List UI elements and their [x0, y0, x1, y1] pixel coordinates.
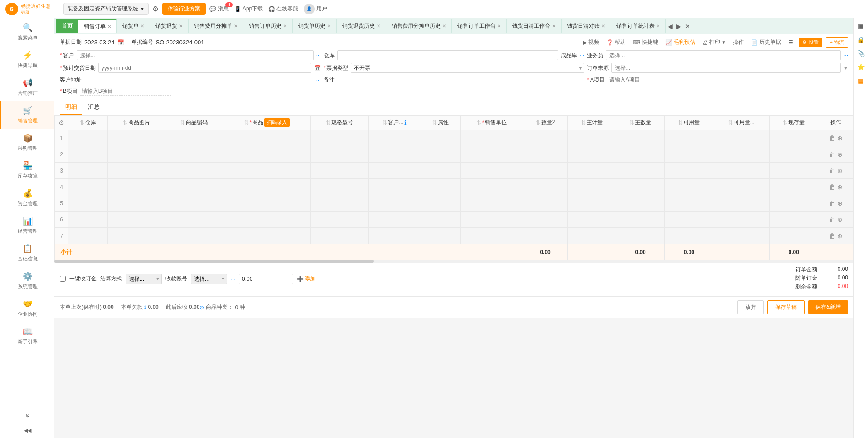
row-qty2[interactable]	[523, 130, 567, 146]
col-header-customer-spec[interactable]: ⇅ 客户... ℹ	[369, 116, 421, 130]
app-download-link[interactable]: 📱 App下载	[234, 5, 263, 13]
row-warehouse[interactable]	[68, 163, 108, 179]
row-available-qty2[interactable]	[713, 228, 770, 244]
row-main-unit[interactable]	[567, 163, 616, 179]
delete-row-button[interactable]: 🗑	[829, 183, 835, 191]
tab-close-icon[interactable]: ✕	[601, 24, 605, 29]
info-icon[interactable]: ℹ	[404, 120, 407, 126]
sidebar-item-marketing[interactable]: 📢 营销推广	[0, 73, 54, 101]
row-main-qty[interactable]	[616, 228, 665, 244]
tab-sales-order[interactable]: 销售订单 ✕	[78, 19, 117, 33]
sidebar-item-sales[interactable]: 🛒 销售管理	[0, 101, 54, 129]
discard-button[interactable]: 放弃	[737, 300, 764, 314]
row-product[interactable]	[223, 163, 311, 179]
sub-tab-detail[interactable]: 明细	[60, 100, 82, 115]
row-warehouse[interactable]	[68, 146, 108, 163]
row-product-code[interactable]	[165, 212, 223, 228]
col-header-attribute[interactable]: ⇅ 属性	[421, 116, 460, 130]
row-product-img[interactable]	[108, 228, 165, 244]
receipt-account-select[interactable]: 选择...	[191, 274, 227, 284]
row-main-unit[interactable]	[567, 179, 616, 195]
tab-cash-daily-reconcile[interactable]: 钱货日清对账 ✕	[562, 19, 611, 33]
row-main-unit[interactable]	[567, 228, 616, 244]
customer-more-button[interactable]: ···	[316, 52, 321, 58]
row-available-qty[interactable]	[665, 146, 713, 163]
row-spec[interactable]	[311, 163, 369, 179]
row-attribute[interactable]	[421, 195, 460, 212]
delete-row-button[interactable]: 🗑	[829, 216, 835, 223]
row-available-qty[interactable]	[665, 195, 713, 212]
row-current-stock[interactable]	[770, 163, 818, 179]
customer-address-input[interactable]	[84, 76, 314, 84]
col-header-available-qty[interactable]: ⇅ 可用量	[665, 116, 713, 130]
tab-close-icon[interactable]: ✕	[141, 24, 144, 29]
salesman-more-button[interactable]: ···	[844, 52, 848, 58]
row-customer-spec[interactable]	[369, 212, 421, 228]
tab-close-icon[interactable]: ✕	[234, 24, 238, 29]
sidebar-collapse-button[interactable]: ◀◀	[0, 423, 54, 438]
expected-date-input[interactable]	[98, 63, 311, 73]
col-header-product-code[interactable]: ⇅ 商品编码	[165, 116, 223, 130]
view-video-button[interactable]: ▶ 视频	[581, 38, 601, 47]
row-main-qty[interactable]	[616, 212, 665, 228]
right-sidebar-barcode-button[interactable]: ▦	[855, 74, 868, 87]
copy-row-button[interactable]: ⊕	[837, 151, 843, 158]
row-available-qty2[interactable]	[713, 146, 770, 163]
tab-sales-fee-split[interactable]: 销售费用分摊单 ✕	[189, 19, 243, 33]
row-available-qty2[interactable]	[713, 179, 770, 195]
scan-button[interactable]: 扫码录入	[264, 118, 290, 127]
row-product-code[interactable]	[165, 228, 223, 244]
row-attribute[interactable]	[421, 130, 460, 146]
row-product[interactable]	[223, 146, 311, 163]
tab-close-icon[interactable]: ✕	[327, 24, 331, 29]
col-header-available-qty2[interactable]: ⇅ 可用量...	[713, 116, 770, 130]
row-attribute[interactable]	[421, 212, 460, 228]
info-icon[interactable]: ℹ	[144, 304, 146, 310]
a-project-input[interactable]	[607, 76, 848, 84]
row-spec[interactable]	[311, 179, 369, 195]
row-main-unit[interactable]	[567, 212, 616, 228]
row-spec[interactable]	[311, 212, 369, 228]
history-docs-button[interactable]: 📄 历史单据	[749, 38, 783, 47]
operations-button[interactable]: 操作	[731, 38, 746, 47]
row-available-qty[interactable]	[665, 163, 713, 179]
save-draft-button[interactable]: 保存草稿	[767, 300, 805, 314]
row-current-stock[interactable]	[770, 195, 818, 212]
row-sales-unit[interactable]	[461, 163, 523, 179]
right-sidebar-star-button[interactable]: ⭐	[855, 61, 868, 73]
row-main-unit[interactable]	[567, 195, 616, 212]
sidebar-item-operations[interactable]: 📊 经营管理	[0, 212, 54, 239]
row-current-stock[interactable]	[770, 146, 818, 163]
payment-method-select[interactable]: 选择...	[126, 274, 162, 284]
row-available-qty2[interactable]	[713, 130, 770, 146]
online-service-link[interactable]: 🎧 在线客服	[268, 5, 298, 13]
col-header-warehouse[interactable]: ⇅ 仓库	[68, 116, 108, 130]
right-sidebar-layout-button[interactable]: ▣	[855, 20, 868, 33]
row-customer-spec[interactable]	[369, 163, 421, 179]
system-name-selector[interactable]: 装备及固定资产辅助管理系统 ▼	[63, 3, 149, 15]
row-product-code[interactable]	[165, 130, 223, 146]
tab-next-button[interactable]: ▶	[674, 23, 683, 30]
tab-close-icon[interactable]: ✕	[107, 24, 111, 29]
tab-sales-order-summary[interactable]: 销售订单统计表 ✕	[611, 19, 666, 33]
table-container[interactable]: ⚙ ⇅ 仓库 ⇅ 商品图片	[54, 115, 853, 260]
customer-input[interactable]	[77, 50, 314, 60]
col-header-main-unit[interactable]: ⇅ 主计量	[567, 116, 616, 130]
row-product[interactable]	[223, 179, 311, 195]
col-header-product[interactable]: ⇅ *商品 扫码录入	[223, 116, 311, 130]
sidebar-item-guide[interactable]: 📖 新手引导	[0, 322, 54, 350]
delete-row-button[interactable]: 🗑	[829, 167, 835, 174]
tab-close-icon[interactable]: ✕	[656, 24, 660, 29]
row-customer-spec[interactable]	[369, 179, 421, 195]
user-menu[interactable]: 👤 用户	[304, 4, 327, 14]
row-product-code[interactable]	[165, 179, 223, 195]
profit-estimate-button[interactable]: 📈 毛利预估	[664, 38, 697, 47]
copy-row-button[interactable]: ⊕	[837, 183, 843, 191]
salesman-input[interactable]	[606, 50, 841, 60]
receipt-amount-input[interactable]	[239, 274, 293, 284]
row-main-unit[interactable]	[567, 146, 616, 163]
row-spec[interactable]	[311, 130, 369, 146]
tab-sales-order-history[interactable]: 销售订单历史 ✕	[243, 19, 293, 33]
settings-gear-button[interactable]: ⚙	[152, 5, 159, 13]
message-notification[interactable]: 💬 消息 9	[209, 5, 229, 13]
